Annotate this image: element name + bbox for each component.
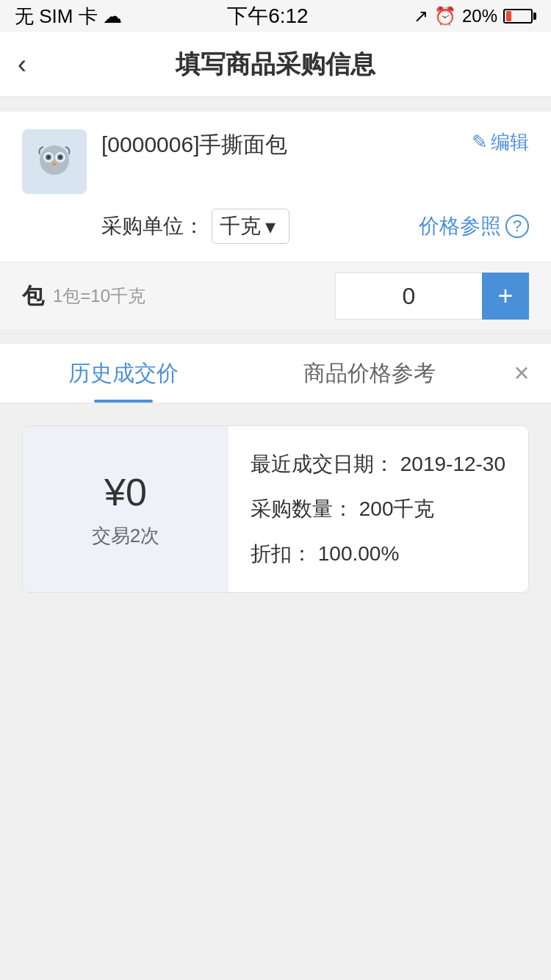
edit-button[interactable]: ✎ 编辑 bbox=[472, 129, 529, 155]
price-ref-label: 价格参照 bbox=[419, 212, 501, 240]
purchase-qty-row: 采购数量： 200千克 bbox=[251, 493, 506, 526]
main-content: [0000006]手撕面包 ✎ 编辑 采购单位： 千克 ▾ 价格参照 ? bbox=[0, 112, 551, 626]
status-alarm-icon: ⏰ bbox=[434, 6, 456, 26]
status-right: ↗ ⏰ 20% bbox=[414, 6, 536, 26]
unit-value: 千克 bbox=[220, 212, 261, 240]
purchase-qty-value: 200千克 bbox=[359, 497, 435, 520]
svg-point-6 bbox=[59, 156, 62, 159]
status-time: 下午6:12 bbox=[227, 2, 309, 30]
status-bar: 无 SIM 卡 ☁ 下午6:12 ↗ ⏰ 20% bbox=[0, 0, 551, 32]
product-info: [0000006]手撕面包 bbox=[101, 129, 472, 160]
unit-select[interactable]: 千克 ▾ bbox=[212, 209, 289, 244]
discount-row: 折扣： 100.00% bbox=[251, 538, 506, 571]
battery-icon bbox=[503, 9, 536, 24]
price-left-panel: ¥0 交易2次 bbox=[23, 426, 228, 592]
unit-badge: 包 bbox=[22, 281, 44, 311]
product-thumbnail bbox=[22, 129, 87, 194]
purchase-unit-area: 采购单位： 千克 ▾ bbox=[101, 209, 289, 244]
price-amount: ¥0 bbox=[104, 470, 147, 514]
recent-date-row: 最近成交日期： 2019-12-30 bbox=[251, 448, 506, 481]
close-icon: × bbox=[514, 358, 529, 389]
page-title: 填写商品采购信息 bbox=[176, 48, 375, 82]
edit-label: 编辑 bbox=[491, 129, 529, 155]
quantity-plus-button[interactable]: + bbox=[482, 273, 529, 320]
quantity-input[interactable] bbox=[335, 273, 482, 320]
product-id-name: [0000006]手撕面包 bbox=[101, 132, 287, 156]
tab-close-button[interactable]: × bbox=[492, 344, 551, 403]
unit-conversion: 1包=10千克 bbox=[53, 284, 145, 308]
quantity-unit-info: 包 1包=10千克 bbox=[22, 281, 145, 311]
tab-historical-price-label: 历史成交价 bbox=[68, 359, 179, 389]
edit-icon: ✎ bbox=[472, 131, 488, 154]
chevron-down-icon: ▾ bbox=[265, 215, 276, 239]
battery-percent: 20% bbox=[462, 6, 497, 26]
product-unit-row: 采购单位： 千克 ▾ 价格参照 ? bbox=[101, 209, 529, 244]
tabs-container: 历史成交价 商品价格参考 × bbox=[0, 344, 551, 403]
recent-date-label: 最近成交日期： bbox=[251, 453, 395, 475]
price-reference-button[interactable]: 价格参照 ? bbox=[419, 212, 529, 240]
header: ‹ 填写商品采购信息 bbox=[0, 32, 551, 97]
purchase-qty-label: 采购数量： bbox=[251, 497, 353, 520]
price-card: ¥0 交易2次 最近成交日期： 2019-12-30 采购数量： 200千克 折… bbox=[22, 425, 529, 593]
back-button[interactable]: ‹ bbox=[18, 49, 26, 80]
price-trade-count: 交易2次 bbox=[92, 523, 159, 549]
product-image-icon bbox=[32, 140, 76, 184]
status-left: 无 SIM 卡 ☁ bbox=[15, 4, 122, 29]
tab-historical-price[interactable]: 历史成交价 bbox=[0, 344, 246, 403]
price-right-panel: 最近成交日期： 2019-12-30 采购数量： 200千克 折扣： 100.0… bbox=[228, 426, 528, 592]
purchase-unit-label: 采购单位： bbox=[101, 212, 204, 240]
plus-icon: + bbox=[497, 281, 513, 311]
tab-price-reference-label: 商品价格参考 bbox=[303, 359, 436, 389]
status-signal-icon: ↗ bbox=[414, 6, 428, 26]
quantity-row: 包 1包=10千克 + bbox=[0, 263, 551, 329]
recent-date-value: 2019-12-30 bbox=[400, 453, 505, 475]
help-icon: ? bbox=[505, 215, 529, 238]
discount-label: 折扣： bbox=[251, 542, 312, 565]
product-top-row: [0000006]手撕面包 ✎ 编辑 bbox=[22, 129, 529, 194]
quantity-input-area[interactable]: + bbox=[335, 273, 529, 320]
tab-price-reference[interactable]: 商品价格参考 bbox=[246, 344, 492, 403]
svg-point-5 bbox=[47, 156, 50, 159]
product-card: [0000006]手撕面包 ✎ 编辑 采购单位： 千克 ▾ 价格参照 ? bbox=[0, 112, 551, 262]
discount-value: 100.00% bbox=[318, 542, 400, 565]
